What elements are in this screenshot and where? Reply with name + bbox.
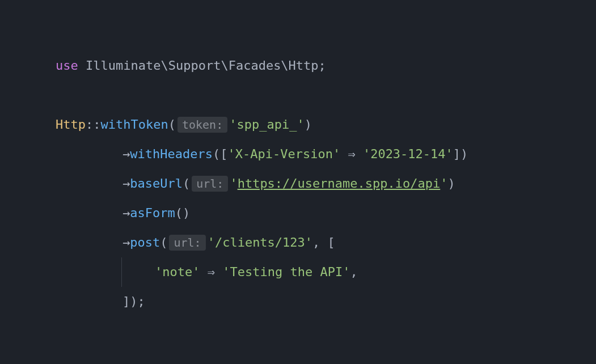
- string-note-key: 'note': [155, 265, 200, 279]
- space-bracket: [: [320, 235, 335, 249]
- scope-operator: ::: [86, 117, 101, 132]
- code-line: Http::withToken(token:'spp_api_'): [56, 110, 540, 139]
- method-post: post: [130, 235, 160, 249]
- quote-open: ': [230, 176, 237, 191]
- blank-line: [56, 81, 540, 110]
- code-line: →post(url:'/clients/123', [: [56, 228, 540, 257]
- method-withToken: withToken: [100, 117, 168, 132]
- code-line: →asForm(): [56, 198, 540, 228]
- close-array: ]);: [122, 294, 145, 308]
- comma: ,: [350, 265, 357, 279]
- code-line: 'note' ⇒ 'Testing the API',: [56, 257, 540, 287]
- semicolon: ;: [319, 58, 326, 73]
- code-line: →withHeaders(['X-Api-Version' ⇒ '2023-12…: [56, 139, 540, 169]
- paren-open: (: [168, 117, 176, 132]
- method-withHeaders: withHeaders: [130, 147, 213, 161]
- doublearrow-icon: ⇒: [348, 147, 355, 161]
- arrow-icon: →: [122, 235, 130, 249]
- paren-close: ): [460, 147, 468, 161]
- string-header-key: 'X-Api-Version': [227, 147, 340, 161]
- arrow-icon: →: [122, 206, 130, 220]
- paren-open: (: [183, 176, 190, 191]
- class-http: Http: [56, 117, 86, 132]
- keyword-use: use: [56, 58, 78, 73]
- method-asForm: asForm: [130, 206, 175, 220]
- string-token: 'spp_api_': [229, 117, 304, 132]
- bracket-close: ]: [453, 147, 460, 161]
- code-line: use Illuminate\Support\Facades\Http;: [56, 51, 540, 81]
- method-baseUrl: baseUrl: [130, 176, 183, 191]
- string-header-val: '2023-12-14': [363, 147, 453, 161]
- paren-open: (: [160, 235, 167, 249]
- string-post-path: '/clients/123': [208, 235, 312, 249]
- param-hint-url: url:: [169, 235, 205, 251]
- quote-close: ': [440, 176, 447, 191]
- doublearrow-icon: ⇒: [208, 265, 215, 279]
- arrow-icon: →: [122, 176, 130, 191]
- empty-parens: (): [175, 206, 191, 220]
- paren-open: (: [213, 147, 220, 161]
- string-note-val: 'Testing the API': [222, 265, 350, 279]
- paren-close: ): [448, 176, 455, 191]
- code-line: →baseUrl(url:'https://username.spp.io/ap…: [56, 169, 540, 198]
- string-base-url: https://username.spp.io/api: [238, 176, 441, 191]
- comma: ,: [312, 235, 320, 249]
- code-block: use Illuminate\Support\Facades\Http; Htt…: [56, 51, 540, 316]
- param-hint-token: token:: [177, 117, 227, 133]
- indent-guide: [121, 257, 122, 287]
- namespace-path: Illuminate\Support\Facades\Http: [86, 58, 319, 73]
- code-line: ]);: [56, 287, 540, 316]
- paren-close: ): [305, 117, 312, 132]
- param-hint-url: url:: [192, 176, 228, 192]
- bracket-open: [: [220, 147, 227, 161]
- arrow-icon: →: [122, 147, 130, 161]
